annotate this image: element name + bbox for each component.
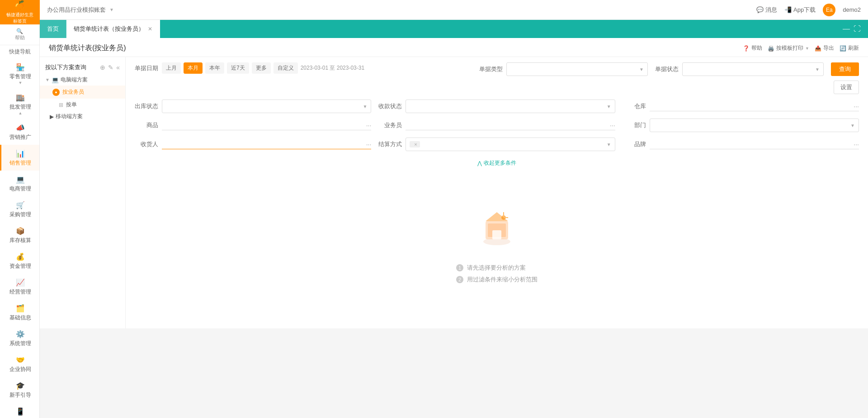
dept-select[interactable]: ▼ bbox=[650, 119, 859, 132]
out-status-label: 出库状态 bbox=[135, 102, 158, 110]
collapse-filters-btn[interactable]: ⋀ 收起更多条件 bbox=[135, 157, 859, 171]
scheme-category-desktop[interactable]: ▼ 💻 电脑端方案 bbox=[40, 74, 125, 86]
sidebar-item-basic[interactable]: 🗂️ 基础信息 bbox=[0, 299, 39, 325]
date-btn-custom[interactable]: 自定义 bbox=[274, 62, 298, 74]
date-btn-last-month[interactable]: 上月 bbox=[162, 62, 181, 74]
tab-close-icon[interactable]: ✕ bbox=[148, 26, 152, 32]
settle-input-box[interactable]: × ▼ bbox=[406, 138, 615, 151]
sidebar-item-wholesale[interactable]: 🏬 批发管理 ▲ bbox=[0, 89, 39, 119]
sidebar-item-corp[interactable]: 🤝 企业协同 bbox=[0, 351, 39, 377]
logo-text: 畅捷通好生意 bbox=[6, 12, 33, 18]
print-label: 按模板打印 bbox=[776, 44, 803, 52]
app-download-nav[interactable]: 📲 App下载 bbox=[784, 6, 816, 14]
doc-status-select[interactable]: ▼ bbox=[682, 62, 824, 76]
brand-input[interactable] bbox=[650, 139, 852, 149]
user-name[interactable]: demo2 bbox=[843, 6, 861, 13]
tab-sales-stat[interactable]: 销货单统计表（按业务员） ✕ bbox=[66, 20, 160, 38]
tab-minimize-icon[interactable]: — bbox=[843, 25, 850, 33]
query-button[interactable]: 查询 bbox=[831, 62, 859, 76]
download-icon: 📲 bbox=[784, 6, 792, 13]
export-label: 导出 bbox=[823, 44, 834, 52]
messages-nav[interactable]: 💬 消息 bbox=[756, 6, 777, 14]
svg-point-5 bbox=[501, 215, 506, 220]
empty-tip-1-text: 请先选择要分析的方案 bbox=[467, 262, 526, 274]
chevron-icon: ▼ bbox=[19, 81, 23, 85]
tip-num-2: 2 bbox=[456, 276, 463, 283]
consignee-input[interactable] bbox=[162, 139, 364, 149]
doc-type-select[interactable]: ▼ bbox=[506, 62, 648, 76]
scheme-category-mobile[interactable]: ▶ 移动端方案 bbox=[40, 111, 125, 122]
date-btn-this-month[interactable]: 本月 bbox=[184, 62, 203, 74]
tab-maximize-icon[interactable]: ⛶ bbox=[854, 25, 861, 33]
query-action-col: 查询 设置 bbox=[831, 62, 859, 94]
out-status-select[interactable]: ▼ bbox=[162, 100, 371, 113]
goods-label: 商品 bbox=[135, 121, 158, 129]
message-icon: 💬 bbox=[756, 6, 764, 13]
date-btn-7days[interactable]: 近7天 bbox=[227, 62, 249, 74]
help-btn[interactable]: ❓ 帮助 bbox=[743, 44, 762, 52]
main-area: 办公用品行业模拟账套 ▼ 💬 消息 📲 App下载 Ea demo2 首页 销货… bbox=[40, 0, 868, 418]
collapse-scheme-icon[interactable]: « bbox=[116, 64, 120, 71]
sidebar-search[interactable]: 🔍 帮助 bbox=[0, 24, 39, 45]
sidebar-item-ecom[interactable]: 💻 电商管理 bbox=[0, 171, 39, 196]
scheme-sub-item-by-order[interactable]: ⊞ 按单 bbox=[40, 99, 125, 111]
sidebar-item-purchase[interactable]: 🛒 采购管理 bbox=[0, 196, 39, 222]
filter-row-3: 商品 ··· 业务员 ··· bbox=[135, 119, 859, 132]
brand-more-icon[interactable]: ··· bbox=[854, 141, 859, 148]
sidebar-item-newbie[interactable]: 🎓 新手引导 bbox=[0, 377, 39, 403]
goods-input[interactable] bbox=[162, 120, 364, 130]
avatar[interactable]: Ea bbox=[823, 4, 835, 16]
date-filter-group: 上月 本月 本年 近7天 更多 自定义 2023-03-01 至 2023-03… bbox=[162, 62, 364, 74]
print-btn[interactable]: 🖨️ 按模板打印 ▼ bbox=[768, 44, 809, 52]
retail-icon: 🏪 bbox=[16, 63, 25, 71]
top-header: 办公用品行业模拟账套 ▼ 💬 消息 📲 App下载 Ea demo2 bbox=[40, 0, 868, 20]
settle-tag-remove[interactable]: × bbox=[414, 142, 417, 147]
sidebar-label-corp: 企业协同 bbox=[9, 366, 31, 373]
empty-tip-2-text: 用过滤条件来缩小分析范围 bbox=[467, 274, 538, 285]
export-btn[interactable]: 📤 导出 bbox=[815, 44, 834, 52]
salesperson-filter: 业务员 ··· bbox=[378, 120, 615, 130]
settings-button[interactable]: 设置 bbox=[834, 81, 859, 94]
salesperson-more-icon[interactable]: ··· bbox=[610, 122, 615, 129]
doc-status-label: 单据状态 bbox=[655, 65, 679, 73]
edit-scheme-icon[interactable]: ✎ bbox=[108, 64, 113, 71]
sidebar-shortcut[interactable]: 快捷导航 bbox=[0, 45, 39, 58]
add-scheme-icon[interactable]: ⊕ bbox=[100, 64, 105, 71]
warehouse-more-icon[interactable]: ··· bbox=[854, 103, 859, 110]
doc-status-dropdown-icon: ▼ bbox=[815, 67, 820, 72]
receipt-status-filter: 收款状态 ▼ bbox=[378, 100, 615, 113]
sidebar-item-marketing[interactable]: 📣 营销推广 bbox=[0, 119, 39, 145]
breadcrumb-dropdown-icon[interactable]: ▼ bbox=[109, 7, 114, 12]
warehouse-input-wrap: ··· bbox=[650, 101, 859, 111]
salesperson-input[interactable] bbox=[406, 120, 608, 130]
collapse-up-icon: ⋀ bbox=[477, 160, 482, 166]
category-mobile-label: 移动端方案 bbox=[56, 113, 83, 120]
goods-more-icon[interactable]: ··· bbox=[366, 122, 372, 129]
receipt-status-select[interactable]: ▼ bbox=[406, 100, 615, 113]
page-title: 销货单统计表(按业务员) bbox=[49, 43, 126, 53]
sidebar-item-operations[interactable]: 📈 经营管理 bbox=[0, 274, 39, 299]
date-btn-this-year[interactable]: 本年 bbox=[205, 62, 224, 74]
sidebar-label-basic: 基础信息 bbox=[9, 314, 31, 322]
sidebar-item-inventory[interactable]: 📦 库存核算 bbox=[0, 222, 39, 248]
date-btn-more[interactable]: 更多 bbox=[252, 62, 271, 74]
sidebar-label-wholesale: 批发管理 bbox=[9, 103, 31, 111]
sidebar-item-retail[interactable]: 🏪 零售管理 ▼ bbox=[0, 58, 39, 89]
category-desktop-label: 电脑端方案 bbox=[61, 76, 88, 84]
scheme-item-by-salesperson[interactable]: ● 按业务员 bbox=[40, 86, 125, 99]
tab-home[interactable]: 首页 bbox=[40, 20, 66, 38]
finance-icon: 💰 bbox=[16, 252, 25, 261]
sidebar-item-finance[interactable]: 💰 资金管理 bbox=[0, 248, 39, 274]
sidebar-item-sales[interactable]: 📊 销售管理 bbox=[0, 145, 39, 171]
appcenter-icon: 📱 bbox=[16, 407, 25, 416]
refresh-btn[interactable]: 🔄 刷新 bbox=[840, 44, 859, 52]
salesperson-input-wrap: ··· bbox=[406, 120, 615, 130]
consignee-more-icon[interactable]: ··· bbox=[366, 141, 372, 148]
dept-label: 部门 bbox=[623, 121, 646, 129]
collapse-label: 收起更多条件 bbox=[484, 159, 516, 167]
sidebar-item-system[interactable]: ⚙️ 系统管理 bbox=[0, 325, 39, 351]
app-logo[interactable]: 🍊 畅捷通好生意 标签页 bbox=[0, 0, 40, 24]
print-dropdown-icon: ▼ bbox=[805, 46, 809, 51]
sidebar-item-appcenter[interactable]: 📱 应用中心 bbox=[0, 403, 39, 418]
warehouse-input[interactable] bbox=[650, 101, 852, 111]
